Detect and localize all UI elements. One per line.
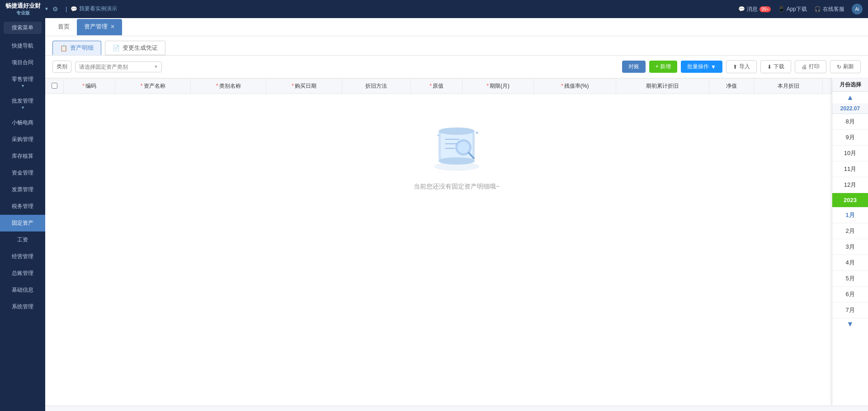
app-title: 畅捷通好业财 [5, 2, 41, 10]
sidebar-item-management[interactable]: 经营管理 [0, 248, 45, 265]
month-panel-year[interactable]: 2022.07 [832, 104, 868, 114]
month-item-7[interactable]: 7月 [832, 302, 868, 318]
download-icon: ⬇ [767, 64, 772, 70]
message-icon: 💬 [738, 6, 745, 12]
download-btn[interactable]: ⬇ 下载 [760, 60, 791, 73]
th-accumulated-depreciation: 期初累计折旧 [616, 79, 709, 94]
month-item-6[interactable]: 6月 [832, 287, 868, 302]
year-2023-badge: 2023 [832, 193, 868, 208]
sidebar-item-invoice[interactable]: 发票管理 [0, 181, 45, 198]
top-bar: 畅捷通好业财 专业版 ▼ ⚙ | 💬 我要看实例演示 💬 消息 99+ 📱 Ap… [0, 0, 868, 18]
list-icon: 📋 [60, 45, 67, 52]
month-item-5[interactable]: 5月 [832, 271, 868, 287]
month-panel: 月份选择 ▲ 2022.07 8月 9月 10月 11月 12月 2023 1月… [832, 78, 868, 406]
import-icon: ⬆ [733, 64, 737, 70]
month-item-1[interactable]: 1月 [832, 208, 868, 223]
import-btn[interactable]: ⬆ 导入 [726, 60, 757, 73]
sidebar-item-quick-nav[interactable]: 快捷导航 [0, 38, 45, 54]
month-item-12[interactable]: 12月 [832, 177, 868, 193]
empty-icon: ✦ ✦ [425, 121, 488, 175]
batch-btn[interactable]: 批量操作 ▼ [681, 61, 722, 73]
demo-link[interactable]: 💬 我要看实例演示 [71, 5, 117, 13]
month-item-3[interactable]: 3月 [832, 239, 868, 255]
svg-point-4 [439, 157, 475, 165]
month-item-2[interactable]: 2月 [832, 223, 868, 239]
month-panel-header: 月份选择 [832, 78, 868, 92]
category-select-input[interactable] [75, 61, 162, 72]
month-item-10[interactable]: 10月 [832, 146, 868, 161]
tab-home[interactable]: 首页 [51, 19, 77, 35]
month-item-11[interactable]: 11月 [832, 161, 868, 177]
svg-point-6 [458, 142, 469, 153]
empty-state: ✦ ✦ 当前您还没有固定资产明细哦~ [45, 94, 868, 218]
top-bar-right: 💬 消息 99+ 📱 App下载 🎧 在线客服 Ai [738, 4, 863, 14]
print-icon: 🖨 [802, 64, 807, 70]
th-period: *期限(月) [462, 79, 534, 94]
svg-text:✦: ✦ [475, 130, 479, 136]
demo-icon: 💬 [71, 6, 77, 12]
sidebar-item-wholesale[interactable]: 批发管理 ▾ [0, 93, 45, 114]
reconcile-btn[interactable]: 对账 [622, 61, 646, 73]
sidebar-item-ecommerce[interactable]: 小畅电商 [0, 114, 45, 131]
svg-text:✦: ✦ [436, 133, 440, 138]
sidebar-item-purchase[interactable]: 采购管理 [0, 131, 45, 148]
svg-point-3 [439, 128, 475, 135]
content-area: 首页 资产管理 ✕ 📋 资产明细 📄 变更生成凭证 [45, 18, 868, 411]
toolbar: 类别 ▼ 对账 + 新增 批量操作 ▼ ⬆ 导 [45, 56, 868, 78]
th-net-value: 净值 [709, 79, 754, 94]
tab-assets[interactable]: 资产管理 ✕ [77, 19, 122, 35]
sidebar-item-salary[interactable]: 工资 [0, 231, 45, 248]
sidebar-item-retail[interactable]: 零售管理 ▾ [0, 71, 45, 93]
sidebar-item-system[interactable]: 系统管理 [0, 298, 45, 315]
refresh-icon: ↻ [837, 64, 841, 70]
chevron-down-icon: ▾ [22, 105, 24, 110]
sidebar-item-assets[interactable]: 固定资产 [0, 215, 45, 231]
app-download-btn[interactable]: 📱 App下载 [778, 5, 807, 13]
month-item-4[interactable]: 4月 [832, 255, 868, 271]
toolbar-right: 对账 + 新增 批量操作 ▼ ⬆ 导入 ⬇ 下载 🖨 [622, 60, 861, 73]
th-depreciation-method: 折旧方法 [342, 79, 410, 94]
refresh-btn[interactable]: ↻ 刷新 [830, 60, 861, 73]
headset-icon: 🎧 [814, 6, 821, 12]
sidebar-item-project[interactable]: 项目合同 [0, 54, 45, 71]
message-btn[interactable]: 💬 消息 99+ [738, 5, 770, 13]
sub-tab-detail[interactable]: 📋 资产明细 [52, 41, 101, 55]
main-layout: 搜索菜单 快捷导航 项目合同 零售管理 ▾ 批发管理 ▾ 小畅电商 采购管理 库… [0, 18, 868, 411]
dropdown-arrow-icon[interactable]: ▼ [44, 6, 49, 11]
sidebar-item-tax[interactable]: 税务管理 [0, 198, 45, 215]
nav-tabs: 首页 资产管理 ✕ [45, 18, 868, 36]
sub-tabs: 📋 资产明细 📄 变更生成凭证 [45, 36, 868, 56]
sidebar-item-basic[interactable]: 基础信息 [0, 282, 45, 298]
sub-tab-voucher[interactable]: 📄 变更生成凭证 [105, 41, 165, 55]
settings-icon[interactable]: ⚙ [52, 5, 58, 13]
tab-close-icon[interactable]: ✕ [110, 24, 115, 30]
search-menu-btn[interactable]: 搜索菜单 [4, 22, 42, 34]
month-nav-up-btn[interactable]: ▲ [832, 92, 868, 104]
chevron-down-icon: ▾ [22, 83, 24, 88]
user-avatar[interactable]: Ai [852, 4, 863, 14]
category-label: 类别 [52, 61, 71, 73]
page-main: 📋 资产明细 📄 变更生成凭证 类别 ▼ [45, 36, 868, 411]
month-item-9[interactable]: 9月 [832, 130, 868, 146]
top-bar-left: 畅捷通好业财 专业版 ▼ ⚙ | 💬 我要看实例演示 [5, 2, 117, 16]
select-all-checkbox[interactable] [52, 83, 57, 89]
doc-icon: 📄 [113, 45, 120, 52]
phone-icon: 📱 [778, 6, 785, 12]
th-category: *类别名称 [191, 79, 266, 94]
th-original-value: *原值 [410, 79, 462, 94]
month-nav-down-btn[interactable]: ▼ [832, 318, 868, 330]
toolbar-left: 类别 ▼ [52, 61, 618, 73]
th-purchase-date: *购买日期 [266, 79, 342, 94]
month-item-8[interactable]: 8月 [832, 114, 868, 130]
sidebar-item-finance[interactable]: 资金管理 [0, 165, 45, 181]
online-service-btn[interactable]: 🎧 在线客服 [814, 5, 844, 13]
sidebar-item-ledger[interactable]: 总账管理 [0, 265, 45, 282]
table-month-wrapper: *编码 *资产名称 *类别名称 *购买日期 折旧方法 *原值 *期限(月) *残… [45, 78, 868, 406]
sidebar-search-area: 搜索菜单 [0, 18, 45, 38]
sidebar: 搜索菜单 快捷导航 项目合同 零售管理 ▾ 批发管理 ▾ 小畅电商 采购管理 库… [0, 18, 45, 411]
app-logo: 畅捷通好业财 专业版 [5, 2, 41, 16]
print-btn[interactable]: 🖨 打印 [795, 60, 826, 73]
sidebar-item-inventory[interactable]: 库存核算 [0, 148, 45, 165]
add-btn[interactable]: + 新增 [649, 61, 677, 73]
chevron-down-icon: ▼ [711, 64, 716, 70]
